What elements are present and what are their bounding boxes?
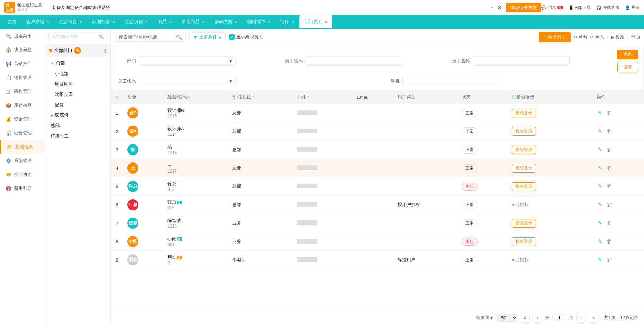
sidebar-item-marketing[interactable]: 📢 营销推广 [0,57,45,71]
delete-button[interactable]: 🗑 [607,220,612,226]
tab-home[interactable]: 首页 [3,15,21,29]
auth-login-button[interactable]: 授权登录 [512,109,536,117]
edit-button[interactable]: ✎ [598,147,602,152]
delete-button[interactable]: 🗑 [607,257,612,263]
search-input[interactable] [119,35,174,40]
sidebar-item-basic[interactable]: 📁 基础信息 [0,140,45,154]
dept-node-xiaodibu[interactable]: 小电部 [45,69,110,79]
online-service-btn[interactable]: 🎧 在线客服 [596,5,619,10]
sidebar-item-purchase[interactable]: 🛒 采购管理 [0,85,45,98]
cell-spacer [575,141,592,159]
import-btn[interactable]: ↺ 导入 [590,34,604,40]
dept-node-zongbu2[interactable]: 总部 [45,121,110,131]
next-page-btn[interactable]: › [576,313,586,323]
delete-button[interactable]: 🗑 [607,147,612,152]
dept-edit-icon[interactable]: ✎ [74,47,81,54]
app-download-btn[interactable]: 📱 App下载 [569,5,591,10]
tab-customer[interactable]: 客户联络✕ [21,15,54,29]
filter-empname-input[interactable] [473,56,570,66]
edit-button[interactable]: ✎ [598,110,602,116]
message-btn[interactable]: 💬 消息 6 [541,5,563,10]
tab-warehouse[interactable]: 仓库✕ [275,15,299,29]
page-input[interactable] [552,314,566,321]
prev-page-btn[interactable]: ‹ [533,313,542,323]
edit-button[interactable]: ✎ [598,183,602,189]
dept-node-zhishu[interactable]: 植树王二 [45,131,110,141]
filter-empstatus-select[interactable]: ▾ [139,77,236,86]
dept-all[interactable]: ⊞ 全部部门 ✎ ❮ [45,44,110,57]
export-btn[interactable]: ↻ 导出 [573,34,587,40]
sidebar-item-sales[interactable]: 📋 销售管理 [0,71,45,85]
delete-button[interactable]: 🗑 [607,183,612,189]
edit-button[interactable]: ✎ [598,128,602,134]
col-phone[interactable]: 手机⇅ [292,90,353,104]
filter-phone-input[interactable] [402,77,499,86]
filter-query-button[interactable]: 查询 [617,50,638,59]
sidebar-item-search[interactable]: 🔍 搜索菜单 [0,29,45,43]
sidebar-item-guide[interactable]: 🎯 新手引导 [0,182,45,195]
dept-search-input[interactable]: 分类编码/名称 🔍 [48,32,107,41]
filter-dept-select[interactable]: ▾ [139,56,236,66]
cell-spacer [575,251,592,269]
show-resigned-toggle[interactable]: ✓ 显示离职员工 [229,34,263,40]
col-settings[interactable]: ⚙ [111,90,123,104]
dept-node-peihuo[interactable]: 配货 [45,100,110,110]
col-dept[interactable]: 部门/职位⇅ [228,90,292,104]
sidebar-item-finance[interactable]: 💰 资金管理 [0,112,45,126]
cell-auth: 授权登录 [508,122,575,141]
help-btn[interactable]: 帮助 [631,34,640,40]
sidebar-item-system[interactable]: ⚙️ 系统管理 [0,154,45,168]
delete-button[interactable]: 🗑 [607,165,612,171]
edit-button[interactable]: ✎ [598,220,602,226]
edit-button[interactable]: ✎ [598,202,602,208]
auth-login-button[interactable]: 授权登录 [512,182,536,191]
sidebar-item-quick-nav[interactable]: 🏠 快捷导航 [0,43,45,57]
delete-button[interactable]: 🗑 [607,202,612,208]
dept-collapse-icon[interactable]: ❮ [103,48,107,53]
tab-bom[interactable]: 物料清单✕ [243,15,275,29]
trial-button[interactable]: 体验行业方案 [506,3,541,12]
col-name[interactable]: 姓名/编码⇅ [163,90,228,104]
user-btn[interactable]: 👤 用友 [625,5,640,10]
auth-login-button[interactable]: 授权登录 [512,237,536,246]
view-btn[interactable]: ▶ 视频 [611,34,624,40]
tab-new-goods[interactable]: 新增商品✕ [177,15,210,29]
more-filter-btn[interactable]: ▼ 更多条件 ∧ [189,32,226,42]
page-size-select[interactable]: 50 100 [497,314,517,322]
delete-button[interactable]: 🗑 [607,128,612,134]
settings-icon[interactable]: ⚙ [497,4,502,11]
auth-login-button[interactable]: 授权登录 [512,146,536,154]
auth-login-button[interactable]: 授权登录 [512,127,536,136]
tab-barcode[interactable]: 条码方案✕ [210,15,243,29]
cell-email [353,251,393,269]
tab-operation[interactable]: 经营情况✕ [54,15,87,29]
delete-button[interactable]: 🗑 [607,238,612,244]
table-settings-icon[interactable]: ⚙ [115,95,119,100]
sidebar-item-operation[interactable]: 📊 经营管理 [0,126,45,140]
sidebar-item-inventory[interactable]: 📦 库存核算 [0,98,45,112]
last-page-btn[interactable]: » [589,313,598,323]
auth-login-button[interactable]: 授权登录 [512,164,536,173]
filter-empcode-input[interactable] [306,56,402,66]
sidebar-item-enterprise[interactable]: 🤝 企业协同 [0,168,45,182]
system-title-dropdown-icon[interactable]: ▾ [491,6,493,9]
first-page-btn[interactable]: « [520,313,530,323]
tab-profit[interactable]: 利润报告✕ [87,15,120,29]
add-employee-button[interactable]: + 新增员工 [539,32,571,42]
filter-set-button[interactable]: 设置 [617,62,638,72]
edit-button[interactable]: ✎ [598,257,602,263]
message-badge: 6 [557,6,563,9]
auth-login-button[interactable]: 授权登录 [512,219,536,228]
tab-journey[interactable]: 经营历程✕ [120,15,153,29]
delete-button[interactable]: 🗑 [607,110,612,116]
edit-button[interactable]: ✎ [598,238,602,244]
tab-dept-emp[interactable]: 部门员工✕ [299,15,332,29]
search-input-wrap[interactable]: 🔍 [115,33,186,42]
dept-node-zongbu-parent[interactable]: ▼ 总部 [45,58,110,69]
dept-node-shuanglu[interactable]: ▶ 双鹿想 [45,110,110,121]
edit-button[interactable]: ✎ [598,165,602,171]
show-resigned-checkbox[interactable]: ✓ [229,34,235,40]
dept-node-xiangmu[interactable]: 项目库房 [45,79,110,89]
dept-node-shenyang[interactable]: 沈阳大库 [45,89,110,100]
tab-goods[interactable]: 商品✕ [153,15,177,29]
